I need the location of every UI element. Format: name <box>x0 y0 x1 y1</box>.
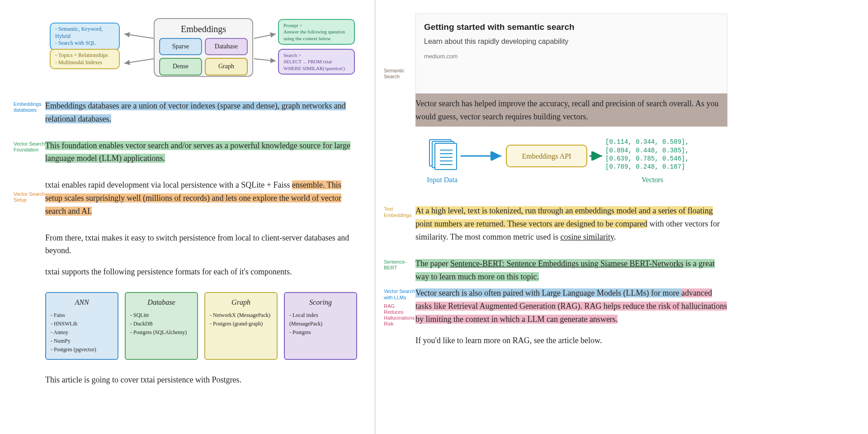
label-vector-setup: Vector Search Setup <box>14 179 45 203</box>
link-card[interactable]: Getting started with semantic search Lea… <box>415 14 727 94</box>
right-para-4: Vector search is also often paired with … <box>415 287 727 326</box>
para-row-2: Vector Search Foundation This foundation… <box>14 139 357 174</box>
svg-line-0 <box>124 34 154 38</box>
sbert-row: Sentence-BERT The paper Sentence-BERT: S… <box>384 257 727 286</box>
semantic-search-row: Semantic Search Getting started with sem… <box>384 14 727 199</box>
label-semantic-search: Semantic Search <box>384 14 415 80</box>
svg-line-1 <box>124 59 154 63</box>
para-row-6: This article is going to cover txtai per… <box>14 373 357 395</box>
storage-ann: ANN FaissHNSWLibAnnoyNumPyPostgres (pgve… <box>45 292 118 360</box>
label-embeddings-db: Embeddings databases <box>14 99 45 113</box>
api-diagram: Embeddings API [0.114, 0.344, 0.589],[0.… <box>415 136 727 194</box>
right-para-5: If you'd like to learn more on RAG, see … <box>415 334 727 347</box>
left-page: - Semantic, Keyword, Hybrid - Search wit… <box>14 0 366 434</box>
page-divider <box>374 0 376 434</box>
svg-line-2 <box>254 34 276 38</box>
para-row-3: Vector Search Setup txtai enables rapid … <box>14 179 357 226</box>
card-domain: medium.com <box>424 52 719 61</box>
caption-input: Input Data <box>427 174 458 186</box>
right-para-1: Vector search has helped improve the acc… <box>415 97 727 123</box>
label-text-embeddings: Text Embeddings <box>384 204 415 218</box>
para-row-4: From there, txtai makes it easy to switc… <box>14 231 357 287</box>
diagram-box-semantic: - Semantic, Keyword, Hybrid - Search wit… <box>50 23 120 50</box>
svg-line-3 <box>254 59 276 61</box>
para-row-1: Embeddings databases Embeddings database… <box>14 99 357 134</box>
vector-output: [0.114, 0.344, 0.589],[0.894, 0.448, 0.3… <box>605 138 689 171</box>
para-4: From there, txtai makes it easy to switc… <box>45 231 357 258</box>
inner-sparse: Sparse <box>159 38 202 55</box>
card-title: Getting started with semantic search <box>424 20 719 34</box>
right-page: Semantic Search Getting started with sem… <box>384 0 736 434</box>
caption-vectors: Vectors <box>642 174 663 186</box>
label-vector-foundation: Vector Search Foundation <box>14 139 45 153</box>
diagram-center: Embeddings Sparse Database Dense Graph <box>154 18 253 77</box>
diagram-box-prompt: Prompt > Answer the following question u… <box>278 19 355 45</box>
embeddings-diagram: - Semantic, Keyword, Hybrid - Search wit… <box>45 14 357 90</box>
diagram-box-search: Search > SELECT ... FROM txtai WHERE SIM… <box>278 49 355 75</box>
storage-graph: Graph NetworkX (MessagePack)Postgres (gr… <box>204 292 278 360</box>
right-para-3: The paper Sentence-BERT: Sentence Embedd… <box>415 257 727 283</box>
inner-graph: Graph <box>205 58 248 75</box>
link-sbert[interactable]: Sentence-BERT: Sentence Embeddings using… <box>450 259 684 268</box>
vec-llm-row: Vector Search with LLMs RAG Reduces Hall… <box>384 287 727 334</box>
api-box: Embeddings API <box>506 145 587 167</box>
para-3: txtai enables rapid development via loca… <box>45 179 357 217</box>
para-5: txtai supports the following persistence… <box>45 265 357 278</box>
card-subtitle: Learn about this rapidly developing capa… <box>424 36 719 47</box>
storage-database: Database SQLiteDuckDBPostgres (SQLAlchem… <box>125 292 198 360</box>
para-1: Embeddings databases are a union of vect… <box>45 99 357 126</box>
para-row-r5: If you'd like to learn more on RAG, see … <box>384 334 727 355</box>
label-vec-llm: Vector Search with LLMs <box>384 288 415 300</box>
inner-dense: Dense <box>159 58 202 75</box>
label-rag: RAG Reduces Hallucinations Risk <box>384 303 415 327</box>
para-2: This foundation enables vector search an… <box>45 139 357 165</box>
label-sbert: Sentence-BERT <box>384 257 415 271</box>
storage-scoring: Scoring Local index (MessagePack)Postgre… <box>284 292 357 360</box>
link-cosine[interactable]: cosine similarity <box>560 232 613 241</box>
right-para-2: At a high level, text is tokenized, run … <box>415 204 727 243</box>
diagram-title: Embeddings <box>155 19 252 38</box>
para-6: This article is going to cover txtai per… <box>45 373 357 387</box>
inner-database: Database <box>205 38 248 55</box>
storage-grid: ANN FaissHNSWLibAnnoyNumPyPostgres (pgve… <box>45 292 357 360</box>
diagram-box-topics: - Topics + Relationships - Multimodal In… <box>50 49 120 69</box>
text-emb-row: Text Embeddings At a high level, text is… <box>384 204 727 251</box>
